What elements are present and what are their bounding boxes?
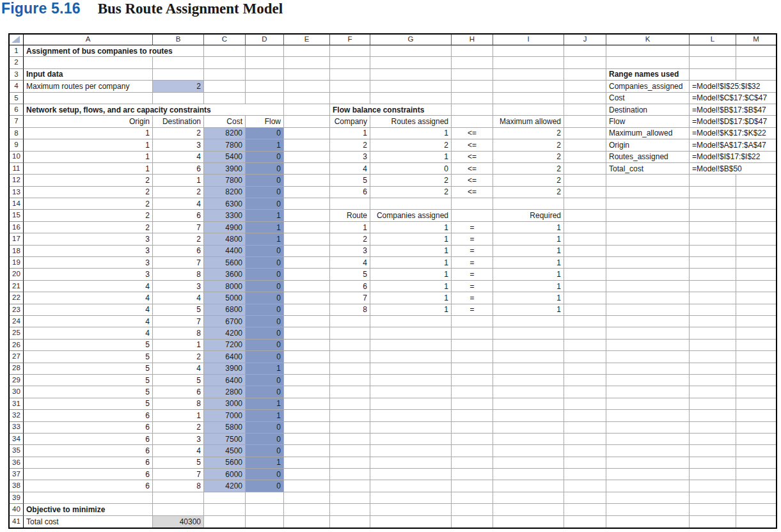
cell-A33[interactable]: 6	[24, 422, 153, 434]
cell-B12[interactable]: 1	[153, 175, 204, 186]
cell-I39[interactable]	[493, 492, 564, 504]
cell-L1[interactable]	[690, 45, 736, 57]
cell-G36[interactable]	[370, 457, 452, 469]
row-header-23[interactable]: 23	[10, 304, 24, 316]
cell-J27[interactable]	[564, 351, 606, 363]
cell-M16[interactable]	[736, 222, 776, 233]
cell-G35[interactable]	[370, 445, 452, 457]
cell-G5[interactable]	[370, 93, 452, 104]
cell-M13[interactable]	[736, 187, 776, 198]
cell-C26[interactable]: 7200	[204, 340, 246, 351]
cell-J38[interactable]	[564, 480, 606, 492]
cell-A21[interactable]: 4	[24, 281, 153, 292]
cell-L39[interactable]	[690, 492, 736, 504]
cell-C10[interactable]: 5400	[204, 152, 246, 163]
cell-I4[interactable]	[493, 81, 564, 92]
cell-A2[interactable]	[24, 57, 153, 68]
cell-C3[interactable]	[204, 69, 246, 81]
cell-B2[interactable]	[153, 57, 204, 68]
cell-G41[interactable]	[370, 516, 452, 528]
cell-A36[interactable]: 6	[24, 457, 153, 469]
cell-J24[interactable]	[564, 316, 606, 327]
cell-D10[interactable]: 0	[246, 152, 284, 163]
cell-K33[interactable]	[606, 422, 690, 434]
row-header-29[interactable]: 29	[10, 375, 24, 386]
cell-L8[interactable]: =Model!$K$17:$K$22	[690, 128, 776, 139]
cell-J13[interactable]	[564, 187, 606, 198]
cell-J17[interactable]	[564, 233, 606, 245]
cell-G13[interactable]: 2	[370, 187, 452, 198]
cell-J33[interactable]	[564, 422, 606, 434]
cell-E8[interactable]	[284, 128, 330, 139]
cell-K37[interactable]	[606, 469, 690, 480]
cell-C23[interactable]: 6800	[204, 304, 246, 316]
cell-K9[interactable]: Origin	[606, 139, 690, 151]
cell-D20[interactable]: 0	[246, 269, 284, 280]
cell-C25[interactable]: 4200	[204, 327, 246, 339]
cell-J39[interactable]	[564, 492, 606, 504]
cell-H9[interactable]: <=	[452, 139, 493, 151]
cell-A7[interactable]: Origin	[24, 116, 153, 127]
cell-J5[interactable]	[564, 93, 606, 104]
cell-G24[interactable]	[370, 316, 452, 327]
cell-F11[interactable]: 4	[330, 163, 370, 175]
row-header-6[interactable]: 6	[10, 104, 24, 116]
cell-K12[interactable]	[606, 175, 690, 186]
row-header-11[interactable]: 11	[10, 163, 24, 175]
cell-E37[interactable]	[284, 469, 330, 480]
cell-E9[interactable]	[284, 139, 330, 151]
cell-A15[interactable]: 2	[24, 210, 153, 221]
cell-J34[interactable]	[564, 434, 606, 445]
cell-B37[interactable]: 7	[153, 469, 204, 480]
cell-M2[interactable]	[736, 57, 776, 68]
cell-F37[interactable]	[330, 469, 370, 480]
cell-K16[interactable]	[606, 222, 690, 233]
cell-K39[interactable]	[606, 492, 690, 504]
cell-J9[interactable]	[564, 139, 606, 151]
cell-M17[interactable]	[736, 233, 776, 245]
cell-L33[interactable]	[690, 422, 736, 434]
cell-A10[interactable]: 1	[24, 152, 153, 163]
cell-L7[interactable]: =Model!$D$17:$D$47	[690, 116, 776, 127]
cell-M35[interactable]	[736, 445, 776, 457]
cell-B3[interactable]	[153, 69, 204, 81]
cell-K30[interactable]	[606, 386, 690, 398]
cell-H11[interactable]: <=	[452, 163, 493, 175]
cell-E29[interactable]	[284, 375, 330, 386]
cell-F28[interactable]	[330, 363, 370, 375]
row-header-33[interactable]: 33	[10, 422, 24, 434]
cell-H35[interactable]	[452, 445, 493, 457]
cell-F13[interactable]: 6	[330, 187, 370, 198]
cell-L21[interactable]	[690, 281, 736, 292]
cell-C40[interactable]	[204, 504, 246, 515]
cell-E40[interactable]	[284, 504, 330, 515]
cell-M12[interactable]	[736, 175, 776, 186]
row-header-36[interactable]: 36	[10, 457, 24, 469]
row-header-17[interactable]: 17	[10, 233, 24, 245]
cell-B32[interactable]: 1	[153, 410, 204, 421]
cell-K40[interactable]	[606, 504, 690, 515]
cell-K3[interactable]: Range names used	[606, 69, 690, 81]
cell-F19[interactable]: 4	[330, 257, 370, 269]
cell-D11[interactable]: 0	[246, 163, 284, 175]
cell-M20[interactable]	[736, 269, 776, 280]
cell-L3[interactable]	[690, 69, 736, 81]
row-header-5[interactable]: 5	[10, 93, 24, 104]
cell-K11[interactable]: Total_cost	[606, 163, 690, 175]
cell-I9[interactable]: 2	[493, 139, 564, 151]
cell-B40[interactable]	[153, 504, 204, 515]
cell-K2[interactable]	[606, 57, 690, 68]
cell-G10[interactable]: 1	[370, 152, 452, 163]
cell-C38[interactable]: 4200	[204, 480, 246, 492]
cell-G12[interactable]: 2	[370, 175, 452, 186]
cell-H15[interactable]	[452, 210, 493, 221]
cell-F9[interactable]: 2	[330, 139, 370, 151]
cell-C22[interactable]: 5000	[204, 292, 246, 304]
cell-M37[interactable]	[736, 469, 776, 480]
row-header-13[interactable]: 13	[10, 187, 24, 198]
cell-L2[interactable]	[690, 57, 736, 68]
cell-F8[interactable]: 1	[330, 128, 370, 139]
cell-I2[interactable]	[493, 57, 564, 68]
cell-G34[interactable]	[370, 434, 452, 445]
cell-I20[interactable]: 1	[493, 269, 564, 280]
